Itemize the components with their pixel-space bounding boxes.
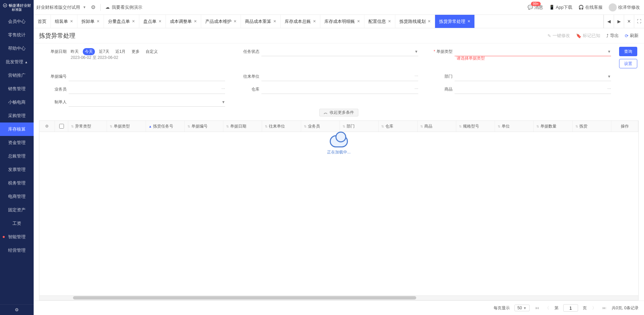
table-column-header[interactable]: ⇅部门: [340, 121, 379, 132]
tab[interactable]: 组装单✕: [51, 15, 77, 28]
sidebar-item[interactable]: 总账管理: [0, 149, 34, 163]
close-icon[interactable]: ✕: [273, 19, 276, 24]
tab[interactable]: 配置信息✕: [364, 15, 395, 28]
date-range-option[interactable]: 近1月: [113, 48, 128, 55]
table-column-header[interactable]: ⇅规格型号: [456, 121, 495, 132]
prev-page-button[interactable]: 〈: [544, 305, 550, 311]
close-icon[interactable]: ✕: [467, 19, 470, 24]
counterparty-input[interactable]: ⋯: [261, 72, 418, 81]
sidebar-item[interactable]: 帮助中心: [0, 42, 34, 55]
sidebar-item[interactable]: 资金管理: [0, 136, 34, 149]
messages-link[interactable]: 💬 99+ 消息: [528, 4, 543, 10]
settings-button[interactable]: 设置: [619, 59, 637, 68]
last-page-button[interactable]: ⏭: [602, 306, 607, 310]
date-range-option[interactable]: 近7天: [97, 48, 111, 55]
goods-input[interactable]: ⋯: [455, 84, 611, 94]
table-select-all[interactable]: [55, 121, 68, 132]
close-icon[interactable]: ✕: [234, 19, 237, 24]
demo-link[interactable]: ☁ 我要看实例演示: [105, 4, 142, 10]
tab[interactable]: 库存成本总账✕: [281, 15, 320, 28]
sidebar-item[interactable]: 库存核算: [0, 123, 34, 136]
table-column-header[interactable]: ⇅单据编号: [185, 121, 223, 132]
maker-select[interactable]: ▼: [69, 97, 225, 107]
doc-no-input[interactable]: [69, 72, 225, 81]
product-name-select[interactable]: 好业财标准版交付试用 ▼: [36, 4, 86, 10]
app-download-link[interactable]: 📱 App下载: [549, 4, 572, 10]
close-icon[interactable]: ✕: [132, 19, 135, 24]
sidebar-item[interactable]: 税务管理: [0, 176, 34, 190]
search-button[interactable]: 查询: [619, 47, 637, 56]
close-icon[interactable]: ✕: [194, 19, 197, 24]
table-column-header[interactable]: ⇅仓库: [379, 121, 417, 132]
sidebar-item[interactable]: 采购管理: [0, 109, 34, 123]
close-icon[interactable]: ✕: [357, 19, 360, 24]
date-range-option[interactable]: 昨天: [69, 48, 81, 55]
table-column-header[interactable]: ▲拣货任务号: [146, 121, 185, 132]
date-range-option[interactable]: 今天: [83, 48, 95, 55]
salesman-input[interactable]: ⋯: [69, 84, 225, 94]
tab[interactable]: 拆卸单✕: [77, 15, 104, 28]
collapse-filters-button[interactable]: ︽ 收起更多条件: [319, 109, 358, 116]
close-icon[interactable]: ✕: [428, 19, 431, 24]
tabs-fullscreen[interactable]: ⛶: [634, 15, 644, 28]
per-page-select[interactable]: 50 ▼: [514, 305, 530, 311]
sidebar-item[interactable]: 智能管理: [0, 230, 34, 244]
warehouse-input[interactable]: ⋯: [261, 84, 418, 94]
sidebar-item[interactable]: 批发管理▲: [0, 55, 34, 69]
horizontal-scrollbar[interactable]: [39, 296, 639, 301]
date-range-option[interactable]: 自定义: [144, 48, 160, 55]
task-status-select[interactable]: ▼: [261, 47, 418, 56]
table-column-header[interactable]: ⇅单位: [495, 121, 534, 132]
sidebar-item[interactable]: 营销推广: [0, 69, 34, 82]
sidebar-item[interactable]: 销售管理: [0, 82, 34, 96]
user-menu[interactable]: 徐泽华修改: [609, 3, 640, 11]
select-all-checkbox[interactable]: [59, 124, 64, 129]
table-column-header[interactable]: ⇅异常类型: [68, 121, 107, 132]
page-input[interactable]: [563, 304, 578, 312]
tab[interactable]: 分量盘点单✕: [104, 15, 139, 28]
export-button[interactable]: ⤴ 导出: [606, 33, 619, 39]
table-column-header[interactable]: ⇅单据数量: [534, 121, 572, 132]
next-page-button[interactable]: 〉: [592, 305, 597, 311]
tab[interactable]: 库存成本明细账✕: [320, 15, 364, 28]
table-column-header[interactable]: ⇅往来单位: [262, 121, 301, 132]
tabs-scroll-left[interactable]: ◀: [604, 15, 614, 28]
table-settings-gear[interactable]: ⚙: [39, 121, 55, 132]
tabs-scroll-right[interactable]: ▶: [614, 15, 624, 28]
refresh-button[interactable]: ⟳ 刷新: [625, 33, 639, 39]
tab[interactable]: 商品成本重算✕: [241, 15, 281, 28]
online-service-link[interactable]: 🎧 在线客服: [578, 4, 603, 10]
department-select[interactable]: ▼: [455, 72, 611, 81]
sidebar-item[interactable]: 小畅电商: [0, 96, 34, 109]
sidebar-item[interactable]: 电商管理: [0, 190, 34, 203]
first-page-button[interactable]: ⏮: [534, 306, 540, 310]
tab[interactable]: 成本调整单✕: [166, 15, 201, 28]
table-column-header[interactable]: ⇅业务员: [301, 121, 340, 132]
sidebar-item[interactable]: 发票管理: [0, 163, 34, 176]
tab[interactable]: 拣货异常处理✕: [435, 15, 475, 28]
close-icon[interactable]: ✕: [97, 19, 100, 24]
sidebar-settings-gear[interactable]: ⚙: [0, 304, 34, 315]
sidebar-item[interactable]: 零售统计: [0, 28, 34, 42]
horizontal-scrollbar-thumb[interactable]: [73, 296, 416, 300]
tab[interactable]: 产品成本维护✕: [201, 15, 241, 28]
table-column-header[interactable]: ⇅商品: [418, 121, 456, 132]
table-column-header[interactable]: ⇅单据类型: [107, 121, 146, 132]
close-icon[interactable]: ✕: [388, 19, 391, 24]
tabs-close-all[interactable]: ✕: [624, 15, 634, 28]
close-icon[interactable]: ✕: [313, 19, 316, 24]
sidebar-item[interactable]: 会员中心: [0, 15, 34, 28]
table-column-header[interactable]: ⇅拣货: [573, 121, 611, 132]
sidebar-item[interactable]: 经营管理: [0, 244, 34, 257]
gear-icon[interactable]: ⚙: [91, 4, 96, 10]
close-icon[interactable]: ✕: [70, 19, 73, 24]
tab[interactable]: 首页: [34, 15, 51, 28]
sidebar-item[interactable]: 工资: [0, 217, 34, 230]
sidebar-item[interactable]: 固定资产: [0, 203, 34, 217]
table-column-header[interactable]: ⇅单据日期: [223, 121, 262, 132]
tab[interactable]: 盘点单✕: [139, 15, 166, 28]
tab[interactable]: 拣货路线规划✕: [395, 15, 435, 28]
date-range-option[interactable]: 更多: [130, 48, 142, 55]
close-icon[interactable]: ✕: [158, 19, 162, 24]
doc-type-select[interactable]: ▼: [455, 47, 611, 56]
